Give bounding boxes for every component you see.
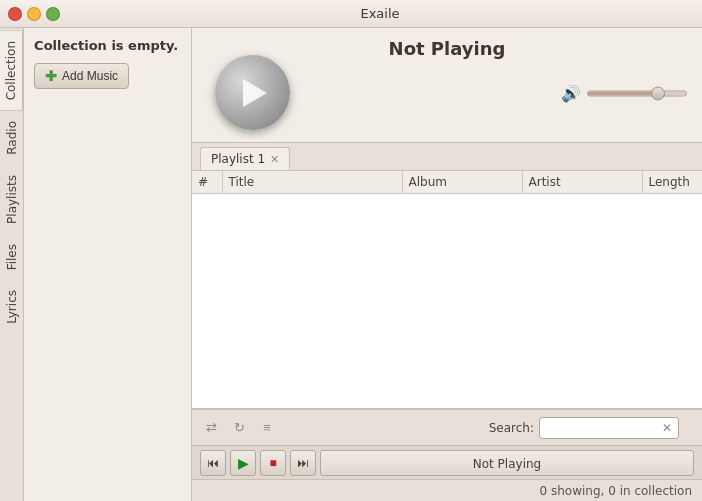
add-music-button[interactable]: ✚ Add Music — [34, 63, 129, 89]
playlist-table[interactable]: # Title Album Artist Length — [192, 171, 702, 409]
col-header-album[interactable]: Album — [402, 171, 522, 194]
col-header-artist[interactable]: Artist — [522, 171, 642, 194]
top-area: Not Playing 🔊 — [192, 28, 702, 143]
minimize-button[interactable] — [27, 7, 41, 21]
app-title: Exaile — [66, 6, 694, 21]
sidebar-item-radio[interactable]: Radio — [1, 111, 23, 165]
search-label: Search: — [489, 421, 534, 435]
col-header-title[interactable]: Title — [222, 171, 402, 194]
maximize-button[interactable] — [46, 7, 60, 21]
bottom-controls: ⇄ ↻ ≡ Search: ✕ — [192, 409, 702, 445]
close-button[interactable] — [8, 7, 22, 21]
col-header-length[interactable]: Length — [642, 171, 702, 194]
status-bar: 0 showing, 0 in collection — [192, 479, 702, 501]
search-input[interactable] — [539, 417, 679, 439]
play-button[interactable] — [215, 55, 290, 130]
playlist-tab-1[interactable]: Playlist 1 ✕ — [200, 147, 290, 170]
transport-play-button[interactable]: ▶ — [230, 450, 256, 476]
volume-area: 🔊 — [561, 84, 687, 103]
sidebar-item-lyrics[interactable]: Lyrics — [1, 280, 23, 334]
titlebar: Exaile — [0, 0, 702, 28]
next-button[interactable]: ⏭ — [290, 450, 316, 476]
vtab-strip: Collection Radio Playlists Files Lyrics — [0, 28, 24, 501]
prev-button[interactable]: ⏮ — [200, 450, 226, 476]
add-music-label: Add Music — [62, 69, 118, 83]
search-area: Search: ✕ — [489, 417, 694, 439]
playlist-content: Playlist 1 ✕ # Title Album Artist Length — [192, 143, 702, 479]
playlist-tab-bar: Playlist 1 ✕ — [192, 143, 702, 171]
search-clear-icon[interactable]: ✕ — [662, 421, 672, 435]
sidebar-item-collection[interactable]: Collection — [0, 30, 23, 111]
not-playing-title: Not Playing — [192, 38, 702, 59]
right-panel: Not Playing 🔊 Playlist 1 ✕ — [192, 28, 702, 501]
play-button-area — [207, 55, 297, 130]
tab-close-button[interactable]: ✕ — [270, 153, 279, 166]
app-body: Collection Radio Playlists Files Lyrics … — [0, 28, 702, 501]
left-panel: Collection is empty. ✚ Add Music — [24, 28, 192, 501]
playlist-tab-label: Playlist 1 — [211, 152, 265, 166]
volume-slider[interactable] — [587, 90, 687, 96]
table-header-row: # Title Album Artist Length — [192, 171, 702, 194]
status-text: 0 showing, 0 in collection — [540, 484, 692, 498]
col-header-num: # — [192, 171, 222, 194]
repeat-button[interactable]: ↻ — [228, 417, 250, 439]
transport-bar: ⏮ ▶ ■ ⏭ Not Playing — [192, 445, 702, 479]
sidebar-item-files[interactable]: Files — [1, 234, 23, 280]
volume-icon: 🔊 — [561, 84, 581, 103]
transport-stop-button[interactable]: ■ — [260, 450, 286, 476]
collection-empty-label: Collection is empty. — [34, 38, 181, 53]
play-triangle-icon — [243, 79, 267, 107]
sidebar-item-playlists[interactable]: Playlists — [1, 165, 23, 234]
plus-icon: ✚ — [45, 68, 57, 84]
window-controls — [8, 7, 60, 21]
shuffle-button[interactable]: ⇄ — [200, 417, 222, 439]
dynamic-button[interactable]: ≡ — [256, 417, 278, 439]
transport-status: Not Playing — [320, 450, 694, 476]
